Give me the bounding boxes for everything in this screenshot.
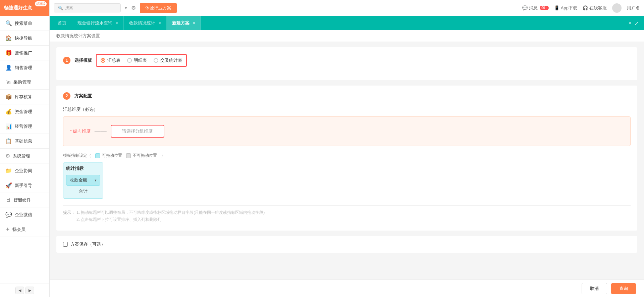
sidebar-item-sys-mgmt[interactable]: ⚙ 系统管理 xyxy=(0,149,49,163)
tips-row: 提示： 1. 拖动标题栏可以调整布局，不可跨维度或指标区域拖动栏目字段(只能在同… xyxy=(63,210,631,224)
radio-cross-label: 交叉统计表 xyxy=(160,57,182,63)
sidebar-item-member[interactable]: ✦ 畅会员 xyxy=(0,222,49,237)
radio-detail[interactable]: 明细表 xyxy=(127,57,147,63)
sidebar-item-hardware[interactable]: 🖥 智能硬件 xyxy=(0,193,49,207)
sidebar-item-sales[interactable]: 👤 销售管理 xyxy=(0,60,49,75)
sidebar-item-inventory[interactable]: 📦 库存核算 xyxy=(0,90,49,104)
funds-label: 资金管理 xyxy=(15,109,32,115)
sidebar-item-operation[interactable]: 📊 经营管理 xyxy=(0,119,49,134)
draggable-legend: 可拖动位置 xyxy=(95,153,122,158)
non-draggable-legend: 不可拖动位置 xyxy=(126,153,157,158)
user-avatar[interactable] xyxy=(612,3,622,13)
query-button[interactable]: 查询 xyxy=(611,283,636,294)
vertical-dimension-label: * 纵向维度 xyxy=(70,128,91,134)
sidebar-bottom: ◀ ▶ xyxy=(0,284,49,297)
tab-label-bank-flow: 现金银行流水查询 xyxy=(77,20,112,26)
step1-title: 选择模板 xyxy=(74,57,92,63)
step2-row: 2 方案配置 xyxy=(63,92,631,100)
operation-label: 经营管理 xyxy=(15,123,32,130)
content-area: 收款情况统计方案设置 1 选择模板 汇总表 xyxy=(50,30,644,280)
radio-cross[interactable]: 交叉统计表 xyxy=(154,57,182,63)
non-draggable-legend-label: 不可拖动位置 xyxy=(133,153,157,158)
marketing-label: 营销推广 xyxy=(15,50,32,56)
notification-icon: 💬 xyxy=(522,5,528,10)
sidebar-item-guide[interactable]: 🚀 新手引导 xyxy=(0,178,49,193)
tab-close-new-plan[interactable]: × xyxy=(193,21,195,26)
indicator-tag-label: 收款金额 xyxy=(70,177,87,183)
topbar-right: 💬 消息 99+ 📱 App下载 🎧 在线客服 用户名 xyxy=(522,3,640,13)
tip-item-1: 1. 拖动标题栏可以调整布局，不可跨维度或指标区域拖动栏目字段(只能在同一维度或… xyxy=(76,210,265,215)
radio-summary[interactable]: 汇总表 xyxy=(101,57,120,63)
tab-home[interactable]: 首页 xyxy=(52,16,72,30)
indicator-total: 合计 xyxy=(66,187,100,196)
download-item[interactable]: 📱 App下载 xyxy=(554,5,577,11)
template-options-box: 汇总表 明细表 交叉统计表 xyxy=(96,54,187,67)
wechat-icon: 💬 xyxy=(5,211,12,218)
main-area: 🔍 搜索 ▾ ⚙ 体验行业方案 💬 消息 99+ 📱 App下载 🎧 在线客服 … xyxy=(50,0,644,297)
non-draggable-legend-box xyxy=(126,153,131,158)
sidebar-item-marketing[interactable]: 🎁 营销推广 xyxy=(0,46,49,60)
topbar: 🔍 搜索 ▾ ⚙ 体验行业方案 💬 消息 99+ 📱 App下载 🎧 在线客服 … xyxy=(50,0,644,16)
expand-window-icon[interactable]: ⤢ xyxy=(634,20,639,27)
plan-config: 汇总维度（必选） * 纵向维度 —— 请选择分组维度 模板指标设定（ xyxy=(63,106,631,224)
tab-bank-flow[interactable]: 现金银行流水查询× xyxy=(72,16,124,30)
quick-nav-label: 快捷导航 xyxy=(15,35,32,41)
hardware-label: 智能硬件 xyxy=(13,197,31,203)
topbar-search[interactable]: 🔍 搜索 xyxy=(54,3,121,12)
save-checkbox[interactable] xyxy=(63,242,68,247)
tab-close-bank-flow[interactable]: × xyxy=(116,21,118,26)
sidebar-item-quick-nav[interactable]: 🏠 快捷导航 xyxy=(0,31,49,46)
notification-item[interactable]: 💬 消息 99+ xyxy=(522,5,549,11)
notification-label: 消息 xyxy=(529,5,538,11)
tab-label-new-plan: 新建方案 xyxy=(172,20,190,26)
indicator-tag-collection[interactable]: 收款金额 ▾ xyxy=(66,175,100,186)
search-menu-icon: 🔍 xyxy=(5,20,12,27)
sidebar-item-enterprise[interactable]: 📁 企业协同 xyxy=(0,163,49,178)
tab-collection-stat[interactable]: 收款情况统计× xyxy=(124,16,167,30)
dimension-area: * 纵向维度 —— 请选择分组维度 xyxy=(63,116,631,146)
radio-dot-cross xyxy=(154,58,158,63)
tips-section: 提示： 1. 拖动标题栏可以调整布局，不可跨维度或指标区域拖动栏目字段(只能在同… xyxy=(63,205,631,224)
sidebar-bottom-btn1[interactable]: ◀ xyxy=(15,287,24,294)
sys-mgmt-icon: ⚙ xyxy=(5,153,10,159)
tip-item-2: 2. 点击标题栏下拉可设置排序、插入列和删除列 xyxy=(76,217,265,222)
search-icon: 🔍 xyxy=(58,6,63,10)
sidebar-item-purchase[interactable]: 🛍 采购管理 xyxy=(0,75,49,90)
save-section: 方案保存（可选） xyxy=(56,236,637,253)
summary-dimension-title: 汇总维度（必选） xyxy=(63,106,631,112)
sidebar-item-base-info[interactable]: 📋 基础信息 xyxy=(0,134,49,149)
user-name: 用户名 xyxy=(627,5,640,11)
dimension-arrow: —— xyxy=(95,128,107,135)
footer: 取消 查询 xyxy=(50,280,644,297)
draggable-legend-label: 可拖动位置 xyxy=(102,153,122,158)
guide-icon: 🚀 xyxy=(5,182,12,189)
sidebar-item-search-menu[interactable]: 🔍 搜索菜单 xyxy=(0,16,49,31)
step2-title: 方案配置 xyxy=(74,93,92,99)
tab-label-collection-stat: 收款情况统计 xyxy=(129,20,155,26)
close-window-icon[interactable]: × xyxy=(629,20,632,26)
sidebar-item-wechat[interactable]: 💬 企业微信 xyxy=(0,207,49,222)
sales-icon: 👤 xyxy=(5,64,12,71)
trial-button[interactable]: 体验行业方案 xyxy=(140,3,177,13)
template-radio-group: 汇总表 明细表 交叉统计表 xyxy=(101,57,182,63)
cancel-button[interactable]: 取消 xyxy=(582,283,607,294)
indicators-section: 模板指标设定（ 可拖动位置 不可拖动位置 ） xyxy=(63,153,631,199)
topbar-dropdown-arrow[interactable]: ▾ xyxy=(125,5,127,10)
sidebar-item-funds[interactable]: 💰 资金管理 xyxy=(0,104,49,119)
hardware-icon: 🖥 xyxy=(5,197,11,203)
member-icon: ✦ xyxy=(5,226,10,233)
wechat-label: 企业微信 xyxy=(15,212,32,218)
sidebar-logo-badge: 标准版 xyxy=(35,1,47,6)
sidebar-bottom-btn2[interactable]: ▶ xyxy=(25,287,34,294)
indicator-dropdown-arrow[interactable]: ▾ xyxy=(95,178,97,183)
funds-icon: 💰 xyxy=(5,108,12,115)
operation-icon: 📊 xyxy=(5,123,12,130)
radio-dot-summary xyxy=(101,58,105,63)
tabbar-actions: × ⤢ xyxy=(629,20,641,27)
tab-new-plan[interactable]: 新建方案× xyxy=(167,16,201,30)
radio-summary-label: 汇总表 xyxy=(107,57,120,63)
dimension-select-button[interactable]: 请选择分组维度 xyxy=(111,125,164,138)
settings-icon[interactable]: ⚙ xyxy=(131,5,136,11)
service-item[interactable]: 🎧 在线客服 xyxy=(583,5,607,11)
tab-close-collection-stat[interactable]: × xyxy=(159,21,161,26)
